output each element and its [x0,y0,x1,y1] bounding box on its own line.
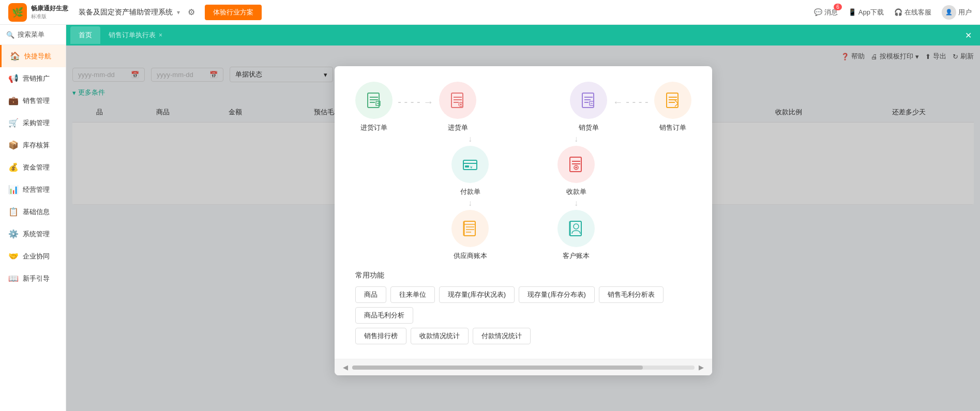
sidebar-item-enterprise[interactable]: 🤝 企业协同 [0,245,66,267]
func-btn-sales-analysis[interactable]: 销售毛利分析表 [599,286,664,303]
tab-sales-exec[interactable]: 销售订单执行表 × [100,26,171,44]
sales-label: 销售管理 [23,96,50,105]
sidebar-item-finance[interactable]: 💰 资金管理 [0,156,66,178]
tab-sales-exec-label: 销售订单执行表 [109,31,156,40]
sidebar-item-inventory[interactable]: 📦 库存核算 [0,134,66,156]
online-service-label: 在线客服 [904,8,931,17]
search-menu[interactable]: 🔍 搜索菜单 [0,25,66,45]
scroll-thumb [352,366,643,370]
trial-button[interactable]: 体验行业方案 [205,5,262,20]
marketing-icon: 📢 [8,73,19,83]
tab-home-label: 首页 [79,31,92,40]
func-btn-counterpart[interactable]: 往来单位 [390,286,435,303]
sidebar-item-basic-info[interactable]: 📋 基础信息 [0,201,66,223]
finance-label: 资金管理 [23,163,50,172]
node-customer-ledger[interactable]: 客户账本 [557,210,595,261]
sidebar-item-sales[interactable]: 💼 销售管理 [0,89,66,112]
func-btn-sales-rank[interactable]: 销售排行榜 [355,328,406,344]
space-arrow2 [607,134,629,144]
func-btn-payment-stats[interactable]: 付款情况统计 [473,328,531,344]
sales-order-icon [654,82,691,119]
node-purchase-order[interactable]: 进货订单 [355,82,393,132]
purchase-order-icon [355,82,393,119]
sales-bill-label: 销货单 [579,123,599,132]
sidebar-item-quick-nav[interactable]: 🏠 快捷导航 [0,45,66,67]
message-button[interactable]: 💬 消息 6 [814,8,838,17]
tab-home[interactable]: 首页 [70,26,100,44]
basic-info-icon: 📋 [8,207,19,217]
space-right2 [629,146,691,196]
common-functions: 常用功能 商品 往来单位 现存量(库存状况表) 现存量(库存分布表) 销售毛利分… [335,271,712,359]
user-button[interactable]: 👤 用户 [942,5,972,20]
space-a1 [417,146,452,196]
sidebar-item-operations[interactable]: 📊 经营管理 [0,178,66,201]
logo-line2: 标准版 [31,13,68,20]
user-label: 用户 [958,8,972,17]
node-supplier-ledger[interactable]: 供应商账本 [451,210,489,261]
node-sales-order[interactable]: 销售订单 [654,82,691,132]
app-icon: 📱 [848,8,856,16]
s1 [355,199,417,208]
node-receipt-bill[interactable]: 收款单 [557,146,595,196]
flow-diagram: 进货订单 - - - - → 进货单 [335,66,712,271]
modal-overlay[interactable]: 进货订单 - - - - → 进货单 [66,45,980,411]
func-btn-inventory-dist[interactable]: 现存量(库存分布表) [519,286,595,303]
message-badge: 6 [834,4,842,10]
space-middle [501,134,545,144]
dropdown-icon[interactable]: ▾ [177,9,180,16]
logo-text: 畅康通好生意 标准版 [31,4,68,20]
func-buttons-row2: 销售排行榜 收款情况统计 付款情况统计 [355,328,691,344]
svg-text:¥: ¥ [470,165,473,170]
service-icon: 🎧 [894,8,902,16]
s3 [501,199,545,208]
node-purchase-bill[interactable]: 进货单 [439,82,476,132]
common-functions-title: 常用功能 [355,271,691,280]
supplier-ledger-label: 供应商账本 [454,251,487,261]
purchase-bill-icon [439,82,476,119]
app-download-button[interactable]: 📱 App下载 [848,8,884,17]
search-icon: 🔍 [6,31,14,39]
tab-bar-close-button[interactable]: ✕ [961,31,976,40]
top-bar: 🌿 畅康通好生意 标准版 装备及固定资产辅助管理系统 ▾ ⚙ 体验行业方案 💬 … [0,0,980,25]
purchase-icon: 🛒 [8,118,19,128]
sidebar-item-purchase[interactable]: 🛒 采购管理 [0,112,66,134]
sales-bill-icon [570,82,607,119]
operations-label: 经营管理 [23,185,50,194]
space-arrow1 [417,134,440,144]
s8 [489,210,557,261]
enterprise-label: 企业协同 [23,252,50,261]
operations-icon: 📊 [8,185,19,194]
func-btn-product-analysis[interactable]: 商品毛利分析 [355,307,413,324]
marketing-label: 营销推广 [23,74,50,83]
sidebar-item-marketing[interactable]: 📢 营销推广 [0,67,66,89]
svg-rect-37 [463,221,465,236]
message-icon: 💬 [814,8,822,16]
avatar: 👤 [942,5,956,20]
arrow-po-to-pb: - - - - → [393,82,440,108]
func-btn-product[interactable]: 商品 [355,286,386,303]
app-download-label: App下载 [858,8,884,17]
tab-close-icon[interactable]: × [159,32,162,39]
receipt-bill-label: 收款单 [566,187,586,196]
space-right [629,134,691,144]
customer-ledger-label: 客户账本 [563,251,590,261]
logo-icon: 🌿 [8,3,27,22]
svg-rect-32 [464,221,475,236]
sidebar-item-sys-mgmt[interactable]: ⚙️ 系统管理 [0,223,66,245]
online-service-button[interactable]: 🎧 在线客服 [894,8,931,17]
page-content: ❓ 帮助 🖨 按模板打印 ▾ ⬆ 导出 ↻ 刷新 [66,45,980,411]
node-payment-bill[interactable]: ¥ 付款单 [451,146,489,196]
sidebar-item-newbie[interactable]: 📖 新手引导 [0,267,66,290]
scroll-left-arrow[interactable]: ◀ [339,361,352,373]
s5 [629,199,691,208]
customer-ledger-icon [557,210,595,247]
scroll-right-arrow[interactable]: ▶ [695,361,708,373]
modal-scrollbar-row: ◀ ▶ [335,359,712,375]
node-sales-bill[interactable]: 销货单 [570,82,607,132]
func-btn-receipt-stats[interactable]: 收款情况统计 [411,328,469,344]
func-btn-inventory-status[interactable]: 现存量(库存状况表) [439,286,515,303]
quick-nav-icon: 🏠 [10,51,20,61]
space-left2 [355,146,417,196]
gear-button[interactable]: ⚙ [184,5,199,20]
down-arrow-sb: ↓ [545,134,607,144]
